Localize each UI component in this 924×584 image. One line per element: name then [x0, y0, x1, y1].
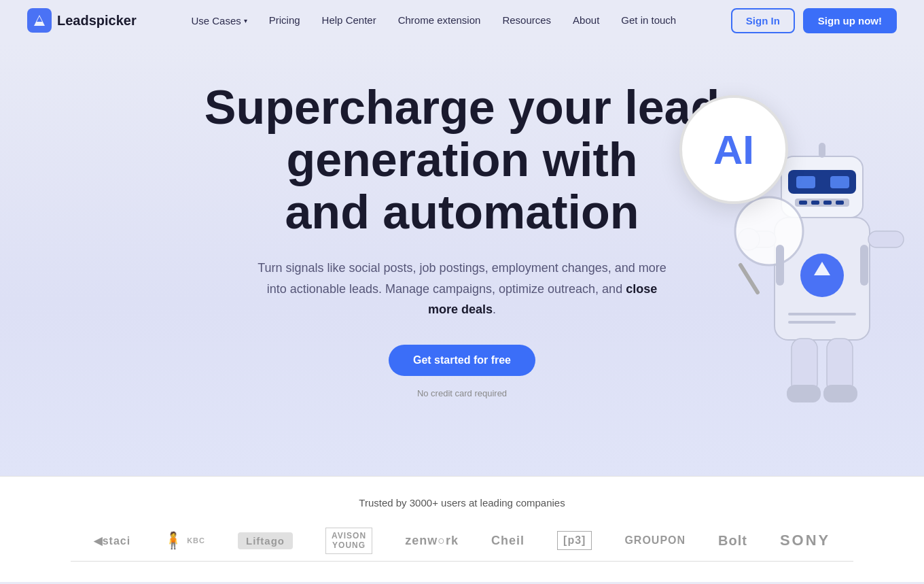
hero-note: No credit card required [205, 388, 720, 398]
bottom-divider [71, 561, 853, 562]
ai-badge-text: AI [713, 126, 754, 173]
cta-button[interactable]: Get started for free [389, 345, 535, 376]
svg-point-17 [735, 197, 803, 265]
logo-p3: [p3] [557, 531, 592, 550]
brand-name: Leadspicker [57, 13, 137, 29]
hero-subtitle: Turn signals like social posts, job post… [251, 258, 673, 320]
sign-in-button[interactable]: Sign In [731, 8, 795, 33]
logo-cheil: Cheil [491, 534, 525, 548]
nav-get-in-touch[interactable]: Get in touch [621, 14, 676, 26]
svg-rect-4 [819, 143, 825, 158]
logo-bolt: Bolt [718, 533, 747, 549]
logo-zenwork: zenw○rk [405, 534, 459, 548]
nav-use-cases[interactable]: Use Cases ▾ [191, 15, 247, 27]
svg-rect-11 [823, 201, 832, 205]
brand-logo[interactable]: Leadspicker [27, 8, 137, 33]
svg-line-16 [741, 265, 758, 292]
svg-rect-21 [823, 385, 857, 402]
nav-actions: Sign In Sign up now! [731, 8, 897, 33]
logo-groupon: GROUPON [624, 534, 686, 547]
svg-rect-24 [776, 245, 784, 286]
svg-rect-20 [787, 385, 821, 402]
svg-rect-10 [811, 201, 819, 205]
hero-section: Supercharge your lead generation with an… [0, 41, 924, 476]
svg-rect-23 [788, 321, 836, 324]
ai-badge: AI [679, 95, 788, 204]
svg-rect-9 [799, 201, 807, 205]
logos-row: ◀staci 🧍KBC Liftago AVISONYOUNG zenw○rk … [27, 528, 897, 554]
svg-rect-6 [796, 176, 815, 188]
nav-help-center[interactable]: Help Center [322, 14, 376, 26]
hero-cta-group: Get started for free No credit card requ… [205, 345, 720, 398]
navbar: Leadspicker Use Cases ▾ Pricing Help Cen… [0, 0, 924, 41]
svg-rect-25 [860, 245, 868, 286]
hero-text: Supercharge your lead generation with an… [205, 82, 720, 398]
logo-sony: SONY [780, 532, 830, 549]
logos-section: Trusted by 3000+ users at leading compan… [0, 476, 924, 582]
logo-avison: AVISONYOUNG [325, 528, 372, 554]
trust-text: Trusted by 3000+ users at leading compan… [27, 497, 897, 509]
svg-rect-12 [836, 201, 844, 205]
svg-rect-14 [868, 231, 904, 247]
nav-resources[interactable]: Resources [502, 14, 551, 26]
nav-chrome-extension[interactable]: Chrome extension [398, 14, 481, 26]
logo-staci: ◀staci [94, 534, 130, 547]
logo-icon [27, 8, 52, 33]
chevron-down-icon: ▾ [244, 17, 247, 24]
svg-rect-7 [830, 176, 849, 188]
nav-pricing[interactable]: Pricing [269, 14, 300, 26]
hero-title: Supercharge your lead generation with an… [205, 82, 720, 239]
nav-about[interactable]: About [573, 14, 599, 26]
nav-links: Use Cases ▾ Pricing Help Center Chrome e… [191, 14, 676, 27]
logo-liftago: Liftago [238, 532, 293, 549]
logo-kbc: 🧍KBC [163, 531, 205, 550]
sign-up-button[interactable]: Sign up now! [803, 8, 897, 33]
svg-rect-22 [788, 313, 856, 315]
